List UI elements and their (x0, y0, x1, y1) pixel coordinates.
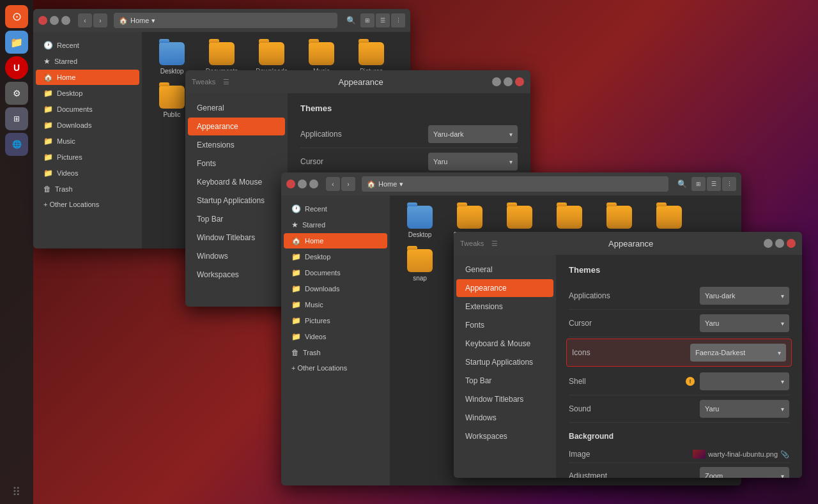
ubuntu-red-dock-icon[interactable]: U (5, 56, 28, 79)
tweaks-nav-appearance-2[interactable]: Appearance (456, 279, 553, 297)
sidebar-documents-2[interactable]: 📁 Documents (284, 265, 387, 280)
music-folder-icon-2 (557, 206, 582, 229)
sidebar-pictures-1[interactable]: 📁 Pictures (36, 149, 139, 165)
sidebar-starred-2[interactable]: ★ Starred (284, 217, 387, 233)
sidebar-desktop-label-2: Desktop (305, 253, 330, 261)
view-buttons-2: ⊞ ☰ ⋮ (691, 177, 736, 191)
shell-dropdown-2[interactable] (700, 372, 789, 390)
back-button-1[interactable]: ‹ (78, 13, 92, 27)
grid-view-btn-1[interactable]: ⊞ (360, 13, 374, 27)
folder-snap-2[interactable]: snap (397, 247, 442, 285)
applications-dropdown-1[interactable]: Yaru-dark (428, 125, 518, 143)
sidebar-music-1[interactable]: 📁 Music (36, 134, 139, 149)
tweaks-nav-startup-2[interactable]: Startup Applications (456, 353, 553, 371)
grid-view-btn-2[interactable]: ⊞ (691, 177, 706, 191)
sidebar-videos-1[interactable]: 📁 Videos (36, 165, 139, 181)
settings-dock-icon[interactable]: ⚙ (5, 82, 28, 105)
public-folder-icon-1 (159, 86, 185, 109)
sidebar-desktop-1[interactable]: 📁 Desktop (36, 86, 139, 101)
titlebar-1: ‹ › 🏠 Home ▾ 🔍 ⊞ ☰ ⋮ (33, 9, 410, 32)
close-button-1[interactable] (38, 16, 47, 25)
sidebar-other-locations-2[interactable]: + Other Locations (284, 361, 387, 375)
sidebar-home-2[interactable]: 🏠 Home (284, 233, 387, 248)
tweaks-nav-topbar-2[interactable]: Top Bar (456, 372, 553, 390)
tweaks-close-2[interactable] (787, 239, 796, 248)
sidebar-desktop-2[interactable]: 📁 Desktop (284, 249, 387, 264)
sidebar-downloads-1[interactable]: 📁 Downloads (36, 118, 139, 133)
tweaks-nav-general-1[interactable]: General (188, 99, 285, 117)
sidebar-home-1[interactable]: 🏠 Home (36, 70, 139, 85)
sidebar-starred-1[interactable]: ★ Starred (36, 54, 139, 69)
sidebar-downloads-2[interactable]: 📁 Downloads (284, 281, 387, 296)
cursor-dropdown-2[interactable]: Yaru (700, 314, 789, 332)
forward-button-2[interactable]: › (341, 177, 355, 191)
applications-dropdown-2[interactable]: Yaru-dark (700, 287, 789, 305)
list-view-btn-1[interactable]: ☰ (376, 13, 390, 27)
tweaks-nav-topbar-1[interactable]: Top Bar (188, 210, 285, 228)
sidebar-other-locations-1[interactable]: + Other Locations (36, 197, 139, 211)
browser-dock-icon[interactable]: 🌐 (5, 133, 28, 156)
minimize-button-1[interactable] (50, 16, 59, 25)
ubuntu-dock-icon[interactable]: ⊙ (5, 5, 28, 28)
location-bar-2[interactable]: 🏠 Home ▾ (362, 176, 668, 192)
tweaks-nav-keyboard-1[interactable]: Keyboard & Mouse (188, 173, 285, 191)
tweaks-nav-keyboard-2[interactable]: Keyboard & Mouse (456, 335, 553, 353)
tweaks-maximize-2[interactable] (775, 239, 784, 248)
tweaks-nav-titlebars-1[interactable]: Window Titlebars (188, 229, 285, 247)
sidebar-home-label-2: Home (305, 237, 323, 245)
sidebar-trash-2[interactable]: 🗑 Trash (284, 345, 387, 360)
tweaks-nav-workspaces-1[interactable]: Workspaces (188, 266, 285, 284)
sidebar-recent-2[interactable]: 🕐 Recent (284, 201, 387, 217)
cursor-dropdown-1[interactable]: Yaru (428, 153, 518, 171)
tweaks-minimize-2[interactable] (764, 239, 773, 248)
minimize-button-2[interactable] (298, 179, 307, 188)
tweaks-nav-fonts-2[interactable]: Fonts (456, 316, 553, 334)
menu-btn-1[interactable]: ⋮ (391, 13, 405, 27)
app-grid-button[interactable]: ⠿ (12, 485, 22, 499)
tweaks-nav-fonts-1[interactable]: Fonts (188, 155, 285, 172)
sidebar-videos-2[interactable]: 📁 Videos (284, 329, 387, 344)
sidebar-trash-1[interactable]: 🗑 Trash (36, 181, 139, 197)
forward-button-1[interactable]: › (93, 13, 107, 27)
tweaks-nav-windows-2[interactable]: Windows (456, 409, 553, 427)
tweaks-maximize-1[interactable] (504, 77, 513, 86)
tweaks-nav-extensions-2[interactable]: Extensions (456, 298, 553, 316)
sound-dropdown-2[interactable]: Yaru (700, 400, 789, 418)
maximize-button-1[interactable] (61, 16, 70, 25)
list-view-btn-2[interactable]: ☰ (707, 177, 721, 191)
tweaks-nav-general-2[interactable]: General (456, 261, 553, 279)
tweaks-minimize-1[interactable] (492, 77, 501, 86)
applications-row-1: Applications Yaru-dark (300, 121, 518, 148)
location-text-1: Home (130, 17, 149, 24)
documents-sidebar-icon-1: 📁 (43, 105, 53, 114)
tweaks-nav-startup-1[interactable]: Startup Applications (188, 192, 285, 210)
location-text-2: Home (378, 180, 397, 188)
tweaks-nav-workspaces-2[interactable]: Workspaces (456, 427, 553, 445)
window-controls-1 (38, 16, 70, 25)
bg-adjustment-dropdown-2[interactable]: Zoom (700, 467, 789, 478)
snap-folder-icon-2 (407, 249, 433, 272)
folder-desktop-2[interactable]: Desktop (397, 203, 442, 241)
terminal-dock-icon[interactable]: ⊞ (5, 107, 28, 130)
tweaks-nav-appearance-1[interactable]: Appearance (188, 118, 285, 135)
icons-dropdown-2[interactable]: Faenza-Darkest (690, 344, 786, 362)
files-dock-icon[interactable]: 📁 (5, 31, 28, 54)
tweaks-nav-extensions-1[interactable]: Extensions (188, 136, 285, 154)
close-button-2[interactable] (286, 179, 295, 188)
sidebar-pictures-2[interactable]: 📁 Pictures (284, 313, 387, 328)
bg-image-edit-icon-2[interactable]: 📎 (780, 450, 789, 459)
tweaks-nav-windows-1[interactable]: Windows (188, 247, 285, 265)
tweaks-close-1[interactable] (515, 77, 524, 86)
location-bar-1[interactable]: 🏠 Home ▾ (114, 13, 337, 28)
menu-btn-2[interactable]: ⋮ (722, 177, 736, 191)
shell-dropdown-wrapper-2 (700, 372, 789, 390)
fm-sidebar-2: 🕐 Recent ★ Starred 🏠 Home 📁 Desktop 📁 Do… (281, 195, 390, 485)
tweaks-nav-titlebars-2[interactable]: Window Titlebars (456, 390, 553, 408)
sidebar-recent-1[interactable]: 🕐 Recent (36, 38, 139, 53)
search-button-1[interactable]: 🔍 (344, 13, 358, 27)
search-button-2[interactable]: 🔍 (675, 177, 689, 191)
maximize-button-2[interactable] (309, 179, 318, 188)
back-button-2[interactable]: ‹ (326, 177, 340, 191)
sidebar-documents-1[interactable]: 📁 Documents (36, 102, 139, 117)
sidebar-music-2[interactable]: 📁 Music (284, 297, 387, 312)
